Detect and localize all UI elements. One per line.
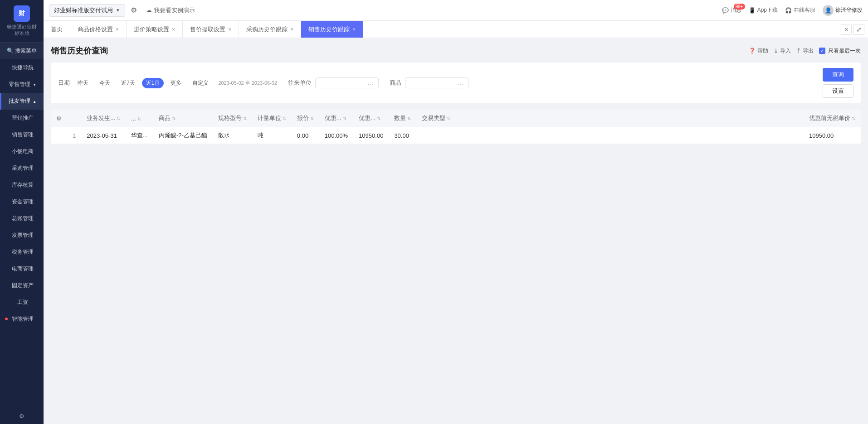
tab-price-extract[interactable]: 售价提取设置 × [183,21,239,38]
tab-expand-button[interactable]: ⤢ [853,24,864,35]
chevron-down-icon: ▼ [116,8,120,13]
col-settings[interactable]: ⚙ [51,110,67,127]
source-dots-button[interactable]: … [366,79,375,87]
col-spec[interactable]: 规格型号⇅ [213,110,252,127]
date-range-display: 2023-05-02 至 2023-06-02 [218,80,277,87]
only-last-checkbox[interactable]: ✓ 只看最后一次 [819,47,861,55]
sidebar-item-accounting[interactable]: 总账管理 [0,210,44,227]
sidebar-item-marketing[interactable]: 营销推广 [0,110,44,126]
avatar-icon: 👤 [825,7,832,14]
sidebar-item-inventory[interactable]: 库存核算 [0,177,44,193]
help-icon: ❓ [749,48,756,54]
date-options: 昨天 今天 近7天 近1月 更多 自定义 [73,78,213,88]
product-input[interactable] [409,80,454,87]
sidebar-ecommerce-small-label: 小畅电商 [12,148,34,154]
page-title: 销售历史价查询 [51,45,108,56]
sidebar-item-finance[interactable]: 资金管理 [0,193,44,210]
app-download-button[interactable]: 📱 App下载 [749,6,778,14]
sidebar-item-tax[interactable]: 税务管理 [0,244,44,260]
user-info[interactable]: 👤 徐泽华修改 [823,5,863,16]
col-spacer [456,110,804,127]
col-product[interactable]: 商品⇅ [153,110,213,127]
table-row: 1 2023-05-31 华查... 丙烯酸-2-乙基己酯 散水 吨 0.00 … [51,127,861,144]
export-icon: ⤒ [796,48,801,54]
online-service-label: 在线客服 [794,6,815,14]
tab-sales-history[interactable]: 销售历史价跟踪 × [301,21,363,38]
sidebar-item-smart[interactable]: 智能管理 [0,311,44,328]
module-selector[interactable]: 好业财标准版交付试用 ▼ [49,4,125,17]
page-actions: ❓ 帮助 ⤓ 导入 ⤒ 导出 ✓ 只看最后一次 [749,47,861,55]
settings-button[interactable]: 设置 [823,84,853,98]
sidebar-settings-button[interactable]: ⚙ [0,408,44,424]
sidebar-item-ecommerce-small[interactable]: 小畅电商 [0,143,44,160]
tab-price-strategy[interactable]: 进价策略设置 × [127,21,183,38]
smart-dot-indicator [5,318,8,320]
tab-product-price-close[interactable]: × [116,26,119,33]
sidebar-item-payroll[interactable]: 工资 [0,294,44,311]
source-filter-group: 往来单位 … [288,77,379,88]
tab-product-price[interactable]: 商品价格设置 × [70,21,127,38]
gear-icon: ⚙ [19,413,24,419]
tab-price-strategy-label: 进价策略设置 [134,25,169,34]
filter-bar: 日期 昨天 今天 近7天 近1月 更多 自定义 2023-05-02 至 202… [51,63,861,103]
import-link[interactable]: ⤓ 导入 [774,47,791,55]
date-last1month[interactable]: 近1月 [142,78,164,88]
row-discount-amt: 10950.00 [353,127,389,144]
col-biz-date[interactable]: 业务发生...⇅ [81,110,126,127]
tab-purchase-history[interactable]: 采购历史价跟踪 × [239,21,301,38]
row-unit: 吨 [252,127,292,144]
tab-purchase-history-close[interactable]: × [290,26,293,33]
tab-sales-history-close[interactable]: × [352,26,356,33]
sidebar-item-retail[interactable]: 零售管理 [0,76,44,93]
sidebar-item-assets[interactable]: 固定资产 [0,277,44,294]
message-icon: 💬 [722,7,729,14]
sidebar-item-ecommerce[interactable]: 电商管理 [0,260,44,277]
demo-button[interactable]: ☁ 我要看实例演示 [142,5,199,16]
query-button[interactable]: 查询 [823,68,853,82]
source-input[interactable] [319,80,365,87]
col-discount-amt[interactable]: 优惠...⇅ [353,110,389,127]
sidebar-invoice-label: 发票管理 [12,232,34,238]
tab-sales-history-label: 销售历史价跟踪 [308,25,350,34]
sidebar: 财 畅捷通好业财标准版 🔍 搜索菜单 快捷导航 零售管理 批发管理 营销推广 销… [0,0,44,424]
sidebar-item-invoice[interactable]: 发票管理 [0,227,44,244]
sidebar-item-purchase[interactable]: 采购管理 [0,160,44,177]
tab-price-strategy-close[interactable]: × [172,26,175,33]
sidebar-item-wholesale[interactable]: 批发管理 [0,93,44,110]
sidebar-inventory-label: 库存核算 [12,182,34,188]
tab-price-extract-close[interactable]: × [228,26,231,33]
tab-home[interactable]: 首页 [44,21,70,38]
col-pretax-price[interactable]: 优惠前无税单价⇅ [804,110,861,127]
product-dots-button[interactable]: … [456,79,464,87]
sidebar-item-sales[interactable]: 销售管理 [0,126,44,143]
tab-close-button[interactable]: × [841,24,852,35]
col-qty[interactable]: 数量⇅ [389,110,416,127]
topbar-settings-icon[interactable]: ⚙ [129,4,139,16]
date-more[interactable]: 更多 [166,78,185,88]
online-service-button[interactable]: 🎧 在线客服 [785,6,815,14]
export-link[interactable]: ⤒ 导出 [796,47,814,55]
only-last-label: 只看最后一次 [828,47,861,55]
message-button[interactable]: 💬 消息 99+ [722,6,741,14]
sidebar-payroll-label: 工资 [17,299,28,305]
col-discount-pct[interactable]: 优惠...⇅ [319,110,353,127]
col-trade-type[interactable]: 交易类型⇅ [416,110,456,127]
date-custom[interactable]: 自定义 [188,78,213,88]
date-yesterday[interactable]: 昨天 [73,78,93,88]
col-extra[interactable]: ...⇅ [126,110,153,127]
sidebar-search[interactable]: 🔍 搜索菜单 [0,43,44,59]
tabs-bar: 首页 商品价格设置 × 进价策略设置 × 售价提取设置 × 采购历史价跟踪 × … [44,21,868,38]
date-last7days[interactable]: 近7天 [117,78,139,88]
row-settings[interactable] [51,127,67,144]
date-today[interactable]: 今天 [95,78,114,88]
sidebar-quicknav-label: 快捷导航 [12,64,34,71]
product-input-wrap: … [405,77,468,88]
help-link[interactable]: ❓ 帮助 [749,47,768,55]
col-unit[interactable]: 计量单位⇅ [252,110,292,127]
sidebar-item-quick-nav[interactable]: 快捷导航 [0,59,44,76]
user-name: 徐泽华修改 [835,6,863,14]
page-header: 销售历史价查询 ❓ 帮助 ⤓ 导入 ⤒ 导出 ✓ 只看最后一次 [51,45,861,56]
sidebar-sales-label: 销售管理 [12,131,34,138]
data-table-wrap: ⚙ 业务发生...⇅ ...⇅ 商品⇅ 规格型号⇅ 计量单位⇅ 报价⇅ 优惠..… [51,110,861,144]
col-price[interactable]: 报价⇅ [292,110,319,127]
